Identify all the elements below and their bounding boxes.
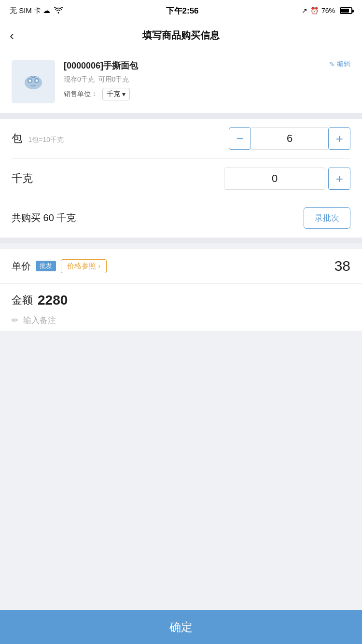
product-stock: 现存0千克 可用0千克 (64, 75, 350, 84)
status-left: 无 SIM 卡 ☁ (10, 6, 63, 15)
svg-point-3 (29, 80, 31, 82)
package-qty-control: − + (229, 127, 350, 150)
status-bar: 无 SIM 卡 ☁ 下午2:56 ↗ ⏰ 76% (0, 0, 362, 21)
package-quantity-input[interactable] (251, 127, 328, 150)
battery-percent: 76% (321, 7, 335, 14)
alarm-icon: ⏰ (310, 7, 319, 14)
location-icon: ↗ (302, 7, 307, 14)
battery-icon (340, 7, 352, 14)
price-value: 38 (334, 258, 350, 274)
edit-icon: ✎ (329, 60, 335, 68)
unit-dropdown[interactable]: 千克 ▾ (102, 88, 130, 100)
kg-plus-button[interactable]: + (328, 168, 350, 190)
kg-quantity-input[interactable] (224, 168, 325, 190)
product-card: [0000006]手撕面包 现存0千克 可用0千克 销售单位： 千克 ▾ ✎ 编… (0, 50, 362, 113)
nav-bar: ‹ 填写商品购买信息 (0, 21, 362, 50)
batch-button[interactable]: 录批次 (304, 207, 350, 229)
amount-value: 2280 (38, 293, 68, 308)
kg-qty-control: + (224, 168, 350, 190)
product-unit-row: 销售单位： 千克 ▾ (64, 88, 350, 100)
package-section: 包 1包=10千克 − + 千克 + (0, 119, 362, 198)
status-right: ↗ ⏰ 76% (302, 7, 352, 14)
price-section: 单价 批发 价格参照 › 38 (0, 249, 362, 283)
svg-point-4 (36, 80, 38, 82)
note-row[interactable]: ✏ 输入备注 (12, 315, 350, 326)
package-minus-button[interactable]: − (229, 127, 251, 150)
package-label: 包 1包=10千克 (12, 131, 64, 146)
empty-area (0, 331, 362, 490)
edit-button[interactable]: ✎ 编辑 (329, 60, 350, 69)
amount-label: 金额 (12, 293, 33, 308)
svg-point-0 (25, 76, 42, 89)
wifi-icon (54, 7, 63, 15)
status-time: 下午2:56 (166, 5, 199, 16)
price-ref-button[interactable]: 价格参照 › (61, 259, 107, 273)
amount-section: 金额 2280 ✏ 输入备注 (0, 284, 362, 331)
separator-1 (0, 113, 362, 119)
total-label: 共购买 60 千克 (12, 211, 76, 224)
separator-2 (0, 238, 362, 243)
note-icon: ✏ (12, 315, 18, 325)
back-button[interactable]: ‹ (10, 28, 14, 43)
page-title: 填写商品购买信息 (142, 29, 220, 42)
kg-label: 千克 (12, 171, 33, 186)
note-placeholder: 输入备注 (23, 315, 56, 326)
kg-row: 千克 + (12, 159, 350, 198)
package-plus-button[interactable]: + (328, 127, 350, 150)
product-info: [0000006]手撕面包 现存0千克 可用0千克 销售单位： 千克 ▾ (64, 60, 350, 100)
total-section: 共购买 60 千克 录批次 (0, 198, 362, 238)
sim-label: 无 SIM 卡 ☁ (10, 6, 50, 15)
price-badge: 批发 (36, 261, 56, 271)
confirm-button[interactable]: 确定 (0, 610, 362, 644)
amount-row: 金额 2280 (12, 293, 350, 308)
chevron-down-icon: ▾ (122, 90, 125, 98)
product-image (12, 60, 55, 103)
price-label: 单价 批发 价格参照 › (12, 259, 107, 273)
package-row: 包 1包=10千克 − + (12, 119, 350, 159)
product-name: [0000006]手撕面包 (64, 60, 350, 71)
